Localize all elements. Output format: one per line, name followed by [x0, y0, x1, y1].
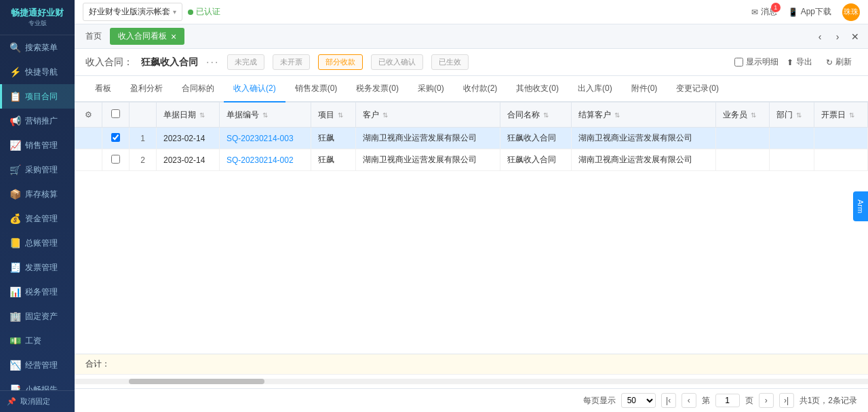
company-selector[interactable]: 好业财专业版演示帐套 ▾ [83, 3, 182, 21]
data-table: ⚙ 单据日期 ⇅ 单据编号 ⇅ 项目 ⇅ 客户 ⇅ 合同名称 ⇅ 结算客户 ⇅ … [75, 102, 868, 171]
status-uninvoiced[interactable]: 未开票 [273, 54, 310, 70]
salesperson-col-header[interactable]: 业务员 ⇅ [715, 102, 769, 128]
project-col-header[interactable]: 项目 ⇅ [311, 102, 355, 128]
settlement-customer-col-header[interactable]: 结算客户 ⇅ [571, 102, 715, 128]
show-detail-checkbox[interactable]: 显示明细 [734, 56, 778, 68]
contract-name-col-header[interactable]: 合同名称 ⇅ [500, 102, 571, 128]
tab-kanban[interactable]: 看板 [85, 76, 121, 102]
last-page-button[interactable]: ›| [779, 393, 794, 408]
row-department [769, 149, 814, 171]
user-avatar[interactable]: 珠珠 [842, 3, 860, 21]
row-number[interactable]: SQ-20230214-002 [219, 149, 311, 171]
status-partial[interactable]: 部分收款 [318, 54, 363, 70]
home-tab[interactable]: 首页 [80, 28, 107, 45]
scroll-thumb[interactable] [129, 379, 264, 384]
status-incomplete[interactable]: 未完成 [227, 54, 264, 70]
row-salesperson [715, 149, 769, 171]
page-input[interactable] [715, 394, 740, 407]
tab-attachment[interactable]: 附件(0) [622, 76, 667, 102]
tab-other_income[interactable]: 其他收支(0) [507, 76, 568, 102]
sidebar-item-invoice-mgmt[interactable]: 🧾发票管理 [0, 255, 75, 280]
tab-contract_standard[interactable]: 合同标的 [172, 76, 224, 102]
close-icon[interactable]: × [171, 32, 176, 41]
row-settings[interactable] [75, 128, 102, 149]
refresh-icon: ↻ [826, 58, 833, 67]
row-department [769, 128, 814, 149]
customer-col-header[interactable]: 客户 ⇅ [355, 102, 500, 128]
sidebar-item-finance[interactable]: 💰资金管理 [0, 206, 75, 231]
tab-change_log[interactable]: 变更记录(0) [667, 76, 728, 102]
next-page-button[interactable]: › [759, 393, 774, 408]
sidebar-item-sales[interactable]: 📈销售管理 [0, 133, 75, 157]
contract-name: 狂飙收入合同 [141, 56, 198, 69]
tab-warehouse[interactable]: 出入库(0) [568, 76, 622, 102]
status-effective[interactable]: 已生效 [431, 54, 469, 70]
export-button[interactable]: ⬆ 导出 [781, 54, 818, 70]
close-tab-button[interactable]: ✕ [848, 29, 863, 44]
tab-sales_invoice[interactable]: 销售发票(0) [285, 76, 347, 102]
sidebar-item-tax[interactable]: 📊税务管理 [0, 280, 75, 304]
sidebar-item-label: 税务管理 [25, 286, 58, 298]
sidebar-item-mini-report[interactable]: 📑小畅报告 [0, 377, 75, 390]
tab-purchase[interactable]: 采购(0) [408, 76, 454, 102]
sidebar-item-purchase[interactable]: 🛒采购管理 [0, 157, 75, 182]
sidebar-item-label: 固定资产 [25, 311, 58, 322]
sidebar-bottom[interactable]: 📌 取消固定 [0, 390, 75, 412]
status-confirmed[interactable]: 已收入确认 [371, 54, 423, 70]
scroll-track[interactable] [75, 374, 868, 388]
finance-icon: 💰 [9, 212, 21, 225]
settings-icon[interactable]: ⚙ [81, 108, 95, 121]
app-download-button[interactable]: 📱 App下载 [788, 6, 831, 18]
row-checkbox[interactable] [102, 128, 130, 149]
select-all-col[interactable] [102, 102, 130, 128]
tab-profit[interactable]: 盈利分析 [121, 76, 172, 102]
messages-button[interactable]: ✉ 1 消息 [751, 6, 777, 18]
more-icon[interactable]: ··· [206, 56, 219, 69]
right-action-panel[interactable]: Arm [853, 191, 868, 221]
mini-report-icon: 📑 [9, 383, 21, 390]
horizontal-scrollbar[interactable] [75, 379, 868, 384]
refresh-button[interactable]: ↻ 刷新 [821, 54, 857, 70]
number-col-header[interactable]: 单据编号 ⇅ [219, 102, 311, 128]
contract-label: 收入合同： [85, 56, 133, 69]
tab-payment[interactable]: 收付款(2) [454, 76, 507, 102]
sidebar-item-label: 总账管理 [25, 238, 58, 249]
sidebar-item-search[interactable]: 🔍搜索菜单 [0, 35, 75, 60]
sidebar-item-marketing[interactable]: 📢营销推广 [0, 109, 75, 133]
sidebar-item-project-contract[interactable]: 📋项目合同 [0, 84, 75, 109]
date-col-header[interactable]: 单据日期 ⇅ [157, 102, 220, 128]
table-row[interactable]: 1 2023-02-14 SQ-20230214-003 狂飙 湖南卫视商业运营… [75, 128, 868, 149]
sales-icon: 📈 [9, 139, 21, 151]
department-col-header[interactable]: 部门 ⇅ [769, 102, 814, 128]
table-row[interactable]: 2 2023-02-14 SQ-20230214-002 狂飙 湖南卫视商业运营… [75, 149, 868, 171]
tab-income_confirm[interactable]: 收入确认(2) [224, 76, 285, 102]
sidebar-item-quick-nav[interactable]: ⚡快捷导航 [0, 60, 75, 84]
sidebar-item-inventory[interactable]: 📦库存核算 [0, 182, 75, 206]
prev-page-button[interactable]: ‹ [682, 393, 696, 408]
sidebar-item-fixed-assets[interactable]: 🏢固定资产 [0, 304, 75, 329]
prev-tab-button[interactable]: ‹ [812, 29, 827, 44]
tab-tax_invoice[interactable]: 税务发票(0) [347, 76, 408, 102]
sidebar-item-label: 工资 [25, 335, 41, 347]
row-number[interactable]: SQ-20230214-003 [219, 128, 311, 149]
per-page-select[interactable]: 20 50 100 200 [621, 393, 656, 408]
settings-col-header[interactable]: ⚙ [75, 102, 102, 128]
table-container[interactable]: ⚙ 单据日期 ⇅ 单据编号 ⇅ 项目 ⇅ 客户 ⇅ 合同名称 ⇅ 结算客户 ⇅ … [75, 102, 868, 354]
first-page-button[interactable]: |‹ [661, 393, 676, 408]
sort-icon: ⇅ [543, 111, 549, 119]
sidebar-item-labor[interactable]: 💵工资 [0, 329, 75, 353]
bell-icon: ✉ [751, 7, 758, 17]
chevron-down-icon: ▾ [173, 8, 176, 16]
row-checkbox[interactable] [102, 149, 130, 171]
tabbar-nav: ‹ › ✕ [812, 29, 863, 44]
contract-kanban-tab[interactable]: 收入合同看板 × [110, 28, 184, 45]
row-settings[interactable] [75, 149, 102, 171]
row-open-date [814, 149, 867, 171]
open-date-col-header[interactable]: 开票日 ⇅ [814, 102, 867, 128]
app-download-label: App下载 [801, 6, 831, 18]
next-tab-button[interactable]: › [830, 29, 845, 44]
sidebar-item-label: 项目合同 [25, 91, 58, 102]
sidebar-item-general-ledger[interactable]: 📒总账管理 [0, 231, 75, 255]
select-all-checkbox[interactable] [111, 109, 120, 118]
sidebar-item-ops-mgmt[interactable]: 📉经营管理 [0, 353, 75, 377]
